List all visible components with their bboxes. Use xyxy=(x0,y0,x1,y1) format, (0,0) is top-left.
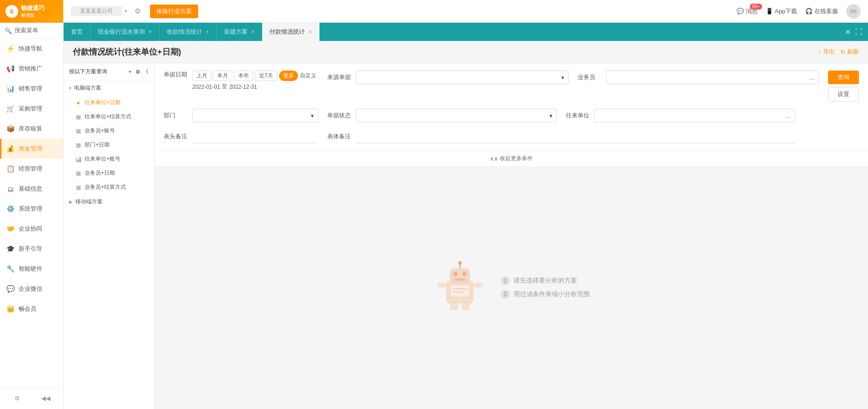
sidebar-item-label: 采购管理 xyxy=(19,105,42,113)
date-btn-this-month[interactable]: 本月 xyxy=(213,71,232,81)
desktop-scheme-list: ● 往来单位+日期 ▦ 往来单位+结算方式 ▦ 业务员+账号 ▦ 部门+日期 xyxy=(64,96,154,194)
sidebar-item-hardware[interactable]: 🔧 智能硬件 xyxy=(0,259,63,279)
date-btn-last-month[interactable]: 上月 xyxy=(192,71,211,81)
app-download-btn[interactable]: 📱 App下载 xyxy=(766,7,797,15)
scheme-item-salesman-settle[interactable]: ▦ 业务员+结算方式 xyxy=(64,180,154,194)
filter-settings-button[interactable]: 设置 xyxy=(828,87,859,101)
collapse-bar[interactable]: ∧∧ 收起更多条件 xyxy=(155,151,868,166)
related-unit-select[interactable]: … xyxy=(594,109,795,122)
topbar-settings-icon[interactable]: ⚙ xyxy=(135,7,141,15)
sidebar-item-sales[interactable]: 📊 销售管理 xyxy=(0,79,63,99)
scheme-item-unit-account[interactable]: 📊 往来单位+账号 xyxy=(64,152,154,166)
headset-icon: 🎧 xyxy=(805,8,813,15)
avatar-text: Rit xyxy=(850,9,856,14)
sidebar-item-basic[interactable]: 🗂 基础信息 xyxy=(0,179,63,199)
sidebar-item-system[interactable]: ⚙️ 系统管理 xyxy=(0,199,63,219)
tab-new-scheme[interactable]: 新建方案 × xyxy=(217,23,262,41)
basic-icon: 🗂 xyxy=(6,184,15,193)
sidebar-item-operation[interactable]: 📋 经营管理 xyxy=(0,159,63,179)
scheme-item-label: 业务员+日期 xyxy=(85,169,115,177)
scheme-settings-icon[interactable]: ⚙ xyxy=(135,69,140,75)
mobile-section-title[interactable]: ▶ 移动端方案 xyxy=(64,194,154,209)
svg-rect-1 xyxy=(450,268,470,284)
add-scheme-icon[interactable]: ＋ xyxy=(127,68,133,76)
tab-cashflow[interactable]: 现金银行流水查询 × xyxy=(90,23,160,41)
sidebar-item-marketing[interactable]: 📢 营销推广 xyxy=(0,59,63,79)
filter-row-2: 部门 ▾ 单据状态 ▾ xyxy=(164,109,859,122)
page-header: 付款情况统计(往来单位+日期) ↑ 导出 ↻ 刷新 xyxy=(64,41,868,63)
cashflow-tab-close[interactable]: × xyxy=(149,29,152,35)
sidebar-item-member[interactable]: 👑 畅会员 xyxy=(0,299,63,319)
filter-area: 单据日期 上月 本月 本年 近7天 更多 自定义 xyxy=(155,63,868,166)
salesman-select[interactable]: … xyxy=(606,71,819,84)
sidebar-item-quick-nav[interactable]: ⚡ 快捷导航 xyxy=(0,39,63,59)
scheme-item-label: 业务员+账号 xyxy=(85,127,115,135)
tab-fullscreen-btn[interactable]: ⛶ xyxy=(855,28,863,36)
svg-rect-10 xyxy=(462,302,470,310)
sidebar-item-label: 营销推广 xyxy=(19,65,42,73)
org-selector[interactable]: 某某某某公司 ▾ xyxy=(71,6,127,16)
scheme-item-dept-date[interactable]: ▦ 部门+日期 xyxy=(64,138,154,152)
footer-collapse-btn[interactable]: ◀◀ xyxy=(34,392,59,404)
scheme-panel-header: 按以下方案查询 ＋ ⚙ 《 xyxy=(64,63,154,81)
source-doc-select[interactable]: ▾ xyxy=(356,71,569,84)
purchase-icon: 🛒 xyxy=(6,104,15,113)
page-title: 付款情况统计(往来单位+日期) xyxy=(73,46,181,57)
filter-body-notes-item: 表体备注 xyxy=(327,130,795,143)
new-scheme-tab-close[interactable]: × xyxy=(251,29,254,35)
footer-settings-btn[interactable]: ⚙ xyxy=(5,392,30,404)
dept-select[interactable]: ▾ xyxy=(192,109,318,122)
date-btn-this-year[interactable]: 本年 xyxy=(234,71,253,81)
sidebar-item-guide[interactable]: 🎓 新手引导 xyxy=(0,239,63,259)
sidebar-item-purchase[interactable]: 🛒 采购管理 xyxy=(0,99,63,119)
query-button[interactable]: 查询 xyxy=(828,71,859,84)
tab-payment-stats[interactable]: 付款情况统计 × xyxy=(262,23,319,41)
date-buttons: 上月 本月 本年 近7天 更多 自定义 xyxy=(192,71,316,81)
sidebar-item-enterprise[interactable]: 🤝 企业协同 xyxy=(0,219,63,239)
message-icon: 💬 xyxy=(737,8,744,15)
search-menu[interactable]: 🔍 搜索菜单 xyxy=(0,23,63,39)
empty-hint-2: 2 用过滤条件来缩小分析范围 xyxy=(501,290,590,299)
sidebar-item-label: 系统管理 xyxy=(19,205,42,213)
date-btn-last7[interactable]: 近7天 xyxy=(255,71,277,81)
online-service-btn[interactable]: 🎧 在线客服 xyxy=(805,7,838,15)
message-btn[interactable]: 💬 消息 99+ xyxy=(737,7,758,15)
scheme-item-salesman-account[interactable]: ▦ 业务员+账号 xyxy=(64,124,154,138)
date-btn-more[interactable]: 更多 xyxy=(279,71,298,81)
tabbar-actions: ✕ ⛶ xyxy=(839,23,868,41)
trial-button[interactable]: 体验行业方案 xyxy=(150,5,198,18)
custom-label[interactable]: 自定义 xyxy=(300,72,316,80)
sidebar-item-label: 销售管理 xyxy=(19,85,42,93)
body-notes-input[interactable] xyxy=(356,130,795,143)
date-range-end: 2022-12-31 xyxy=(229,84,257,90)
sidebar-item-wechat[interactable]: 💬 企业微信 xyxy=(0,279,63,299)
sidebar-item-inventory[interactable]: 📦 库存核算 xyxy=(0,119,63,139)
tab-close-all-btn[interactable]: ✕ xyxy=(845,28,851,36)
app-version: 标准版 xyxy=(21,12,45,19)
doc-status-select[interactable]: ▾ xyxy=(356,109,557,122)
payment-tab-close[interactable]: × xyxy=(309,29,312,35)
body-notes-label: 表体备注 xyxy=(327,132,352,141)
scheme-panel-actions: ＋ ⚙ 《 xyxy=(127,68,149,76)
doc-status-dropdown-icon: ▾ xyxy=(549,112,553,119)
tab-receipt-stats[interactable]: 收款情况统计 × xyxy=(160,23,217,41)
result-area: 1 请先选择要分析的方案 2 用过滤条件来缩小分析范围 xyxy=(155,166,868,409)
svg-point-2 xyxy=(453,272,458,276)
scheme-item-salesman-date[interactable]: ▦ 业务员+日期 xyxy=(64,166,154,180)
sidebar-item-label: 资金管理 xyxy=(19,145,42,153)
scheme-collapse-icon[interactable]: 《 xyxy=(143,68,149,76)
desktop-section-title[interactable]: ▾ 电脑端方案 xyxy=(64,81,154,96)
sidebar-item-finance[interactable]: 💰 资金管理 xyxy=(0,139,63,159)
svg-rect-7 xyxy=(437,283,446,288)
scheme-item-unit-settle[interactable]: ▦ 往来单位+结算方式 xyxy=(64,110,154,124)
scheme-item-unit-date[interactable]: ● 往来单位+日期 xyxy=(64,96,154,110)
header-notes-input[interactable] xyxy=(192,130,318,143)
user-avatar[interactable]: Rit xyxy=(846,4,861,19)
tab-home[interactable]: 首页 xyxy=(64,23,90,41)
sidebar-item-label: 快捷导航 xyxy=(19,45,42,53)
filter-related-unit-item: 往来单位 … xyxy=(566,109,795,122)
filter-row-3: 表头备注 表体备注 xyxy=(164,130,859,143)
receipt-tab-close[interactable]: × xyxy=(206,29,209,35)
export-button[interactable]: ↑ 导出 xyxy=(818,48,835,56)
refresh-button[interactable]: ↻ 刷新 xyxy=(840,48,859,56)
